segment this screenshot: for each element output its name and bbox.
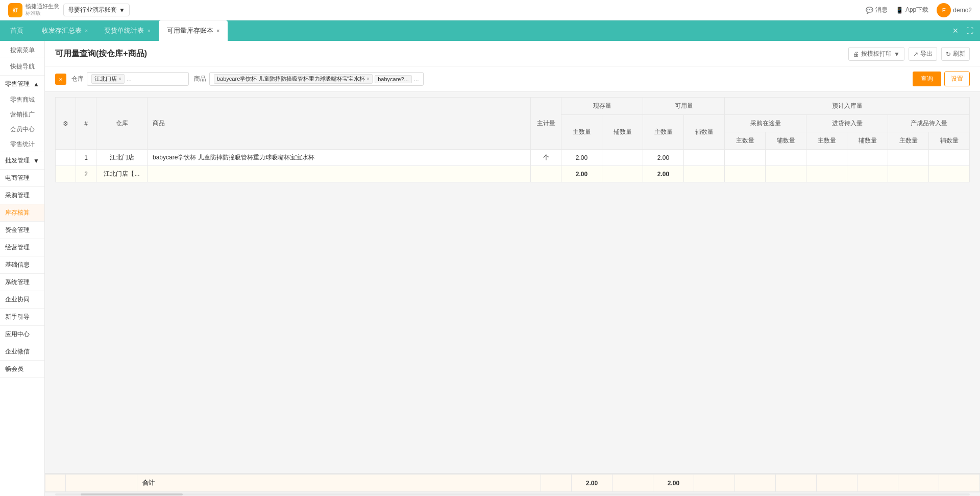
th-purchase-main: 主数量 (725, 132, 766, 150)
sidebar-basic-header[interactable]: 基础信息 (0, 256, 44, 273)
export-icon: ↗ (913, 51, 918, 58)
tab-available-stock[interactable]: 可用量库存账本 × (159, 20, 228, 41)
th-incoming-main: 主数量 (806, 132, 847, 150)
th-incoming-sub: 辅数量 (847, 132, 888, 150)
sidebar-inventory-header[interactable]: 库存核算 (0, 204, 44, 221)
row2-stock-main: 2.00 (561, 166, 602, 182)
th-purchase-group: 采购在途量 (725, 115, 806, 132)
warehouse-tag-text: 江北门店 (94, 75, 117, 83)
sidebar-operations-header[interactable]: 经营管理 (0, 239, 44, 256)
sidebar-retail-label: 零售管理 (5, 80, 30, 88)
product-ellipsis[interactable]: ... (414, 76, 419, 83)
message-btn[interactable]: 💬 消息 (866, 6, 888, 14)
logo-texts: 畅捷通好生意 标准版 (26, 3, 59, 17)
sidebar-enterprise-label: 企业协同 (5, 295, 30, 304)
product-filter: 商品 babycare学饮杯 儿童防摔防撞吸管杯重力球吸嘴杯宝宝水杯 × bab… (194, 72, 424, 86)
user-area[interactable]: E demo2 (937, 3, 972, 17)
sidebar-purchase-header[interactable]: 采购管理 (0, 187, 44, 204)
tab-home[interactable]: 首页 (0, 20, 34, 41)
chevron-down-icon: ▼ (894, 51, 900, 58)
sidebar-retail-header[interactable]: 零售管理 ▲ (0, 76, 44, 92)
app-download-label: App下载 (905, 6, 928, 14)
print-label: 按模板打印 (861, 50, 892, 58)
th-production-group: 产成品待入量 (888, 115, 970, 132)
th-purchase-sub: 辅数量 (766, 132, 806, 150)
sidebar-item-members[interactable]: 会员中心 (0, 122, 44, 137)
top-bar-left: 好 畅捷通好生意 标准版 母婴行业演示账套 ▼ (8, 3, 130, 17)
app-download-btn[interactable]: 📱 App下载 (896, 6, 928, 14)
sidebar-wecom-header[interactable]: 企业微信 (0, 343, 44, 360)
sidebar-search[interactable]: 搜索菜单 (0, 41, 44, 58)
warehouse-input[interactable]: 江北门店 × ... (87, 72, 189, 86)
row2-production-sub (929, 166, 970, 182)
row2-purchase-main (725, 166, 766, 182)
nav-close-btn[interactable]: ✕ (950, 26, 961, 36)
sidebar-quick-nav[interactable]: 快捷导航 (0, 58, 44, 76)
product-input[interactable]: babycare学饮杯 儿童防摔防撞吸管杯重力球吸嘴杯宝宝水杯 × babyca… (209, 72, 424, 86)
warehouse-ellipsis[interactable]: ... (127, 76, 132, 83)
th-warehouse: 仓库 (96, 98, 148, 150)
sidebar-section-ecommerce: 电商管理 (0, 170, 44, 187)
print-btn[interactable]: 🖨 按模板打印 ▼ (848, 47, 904, 61)
refresh-icon: ↻ (946, 51, 951, 58)
sidebar-purchase-label: 采购管理 (5, 191, 30, 200)
th-production-main: 主数量 (888, 132, 929, 150)
row1-purchase-sub (766, 150, 806, 166)
row2-available-sub (684, 166, 725, 182)
sidebar-item-retail-mall[interactable]: 零售商城 (0, 92, 44, 107)
total-production-main (898, 475, 939, 492)
scrollbar-track (55, 493, 970, 495)
nav-maximize-btn[interactable]: ⛶ (965, 26, 975, 36)
query-btn[interactable]: 查询 (913, 72, 941, 86)
row1-available-sub (684, 150, 725, 166)
sidebar-item-marketing[interactable]: 营销推广 (0, 107, 44, 122)
sidebar-operations-label: 经营管理 (5, 243, 30, 252)
total-purchase-main (735, 475, 776, 492)
tab-receivable-close[interactable]: × (85, 28, 88, 34)
export-btn[interactable]: ↗ 导出 (909, 47, 937, 61)
row2-stock-sub (602, 166, 643, 182)
chevron-up-icon: ▲ (33, 81, 39, 88)
sidebar-appstore-header[interactable]: 应用中心 (0, 326, 44, 343)
th-unit: 主计量 (531, 98, 561, 150)
tab-available-close[interactable]: × (216, 28, 219, 34)
sidebar-guide-header[interactable]: 新手引导 (0, 309, 44, 325)
total-table: 合计 2.00 2.00 (45, 474, 980, 492)
sidebar-wholesale-label: 批发管理 (5, 156, 30, 165)
sidebar-ecommerce-header[interactable]: 电商管理 (0, 170, 44, 186)
warehouse-tag-close[interactable]: × (118, 76, 121, 82)
th-production-sub: 辅数量 (929, 132, 970, 150)
sidebar-finance-header[interactable]: 资金管理 (0, 222, 44, 239)
total-incoming-sub (857, 475, 898, 492)
filter-actions: 查询 设置 (913, 72, 970, 86)
sidebar-member-header[interactable]: 畅会员 (0, 361, 44, 377)
sidebar-ecommerce-label: 电商管理 (5, 174, 30, 182)
refresh-btn[interactable]: ↻ 刷新 (941, 47, 970, 61)
page-title: 可用量查询(按仓库+商品) (55, 49, 147, 59)
sidebar-enterprise-header[interactable]: 企业协同 (0, 291, 44, 308)
settings-btn[interactable]: 设置 (944, 72, 970, 86)
row2-settings (56, 166, 76, 182)
table-area: ⚙ # 仓库 商品 主计量 现存量 可用量 预计入库量 主数量 辅数量 主数量 (45, 92, 980, 473)
sidebar-system-header[interactable]: 系统管理 (0, 274, 44, 291)
logo-icon: 好 (8, 3, 22, 17)
sidebar-section-inventory: 库存核算 (0, 204, 44, 222)
top-bar-right: 💬 消息 📱 App下载 E demo2 (866, 3, 972, 17)
sidebar-item-retail-stats[interactable]: 零售统计 (0, 137, 44, 152)
scrollbar-thumb[interactable] (81, 493, 183, 495)
industry-selector[interactable]: 母婴行业演示账套 ▼ (63, 4, 130, 16)
nav-actions: ✕ ⛶ (945, 26, 980, 36)
expand-btn[interactable]: » (55, 74, 66, 85)
sidebar-wholesale-header[interactable]: 批发管理 ▼ (0, 152, 44, 169)
main-layout: 搜索菜单 快捷导航 零售管理 ▲ 零售商城 营销推广 会员中心 零售统计 批发管… (0, 41, 980, 496)
th-settings[interactable]: ⚙ (56, 98, 76, 150)
total-unit-cell (541, 475, 572, 492)
total-stock-main: 2.00 (572, 475, 612, 492)
product-tag1-close[interactable]: × (366, 76, 370, 82)
th-available-sub: 辅数量 (684, 115, 725, 150)
tab-order-stats[interactable]: 要货单统计表 × (96, 20, 158, 41)
tab-order-close[interactable]: × (147, 28, 150, 34)
row2-incoming-main (806, 166, 847, 182)
sidebar-section-member: 畅会员 (0, 361, 44, 378)
tab-receivable-summary[interactable]: 收发存汇总表 × (34, 20, 96, 41)
